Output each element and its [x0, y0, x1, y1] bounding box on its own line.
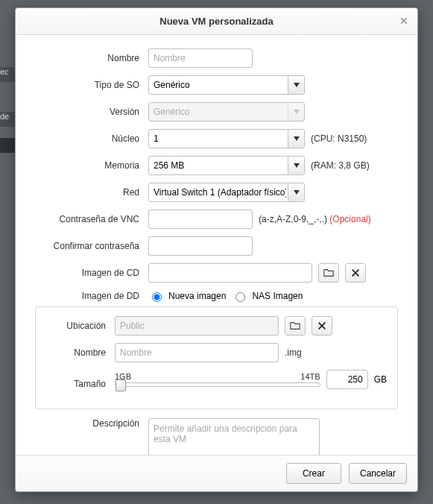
hdd-ext: .img: [285, 347, 302, 358]
new-vm-dialog: Nueva VM personalizada ✕ Nombre Tipo de …: [15, 7, 418, 492]
dialog-titlebar: Nueva VM personalizada ✕: [16, 8, 417, 35]
core-value[interactable]: [148, 129, 305, 148]
core-hint: (CPU: N3150): [311, 133, 367, 144]
memory-select[interactable]: [148, 156, 305, 175]
label-vnc-password: Contraseña de VNC: [35, 214, 148, 224]
label-version: Versión: [35, 107, 148, 117]
cd-image-input[interactable]: [148, 263, 312, 283]
memory-hint: (RAM: 3,8 GB): [311, 160, 370, 171]
chevron-down-icon[interactable]: [288, 157, 304, 174]
x-icon: [317, 321, 327, 331]
label-hdd-image: Imagen de DD: [35, 291, 148, 301]
label-memory: Memoria: [35, 160, 148, 171]
version-value: [148, 102, 305, 122]
label-name: Nombre: [35, 53, 148, 63]
version-select: [148, 102, 305, 122]
name-input[interactable]: [148, 48, 253, 68]
dialog-body: Nombre Tipo de SO Versión: [16, 35, 417, 455]
create-button[interactable]: Crear: [286, 463, 341, 484]
chevron-down-icon[interactable]: [288, 76, 304, 94]
os-type-select[interactable]: [148, 75, 305, 95]
label-description: Descripción: [35, 418, 148, 429]
confirm-password-input[interactable]: [148, 236, 253, 256]
core-select[interactable]: [148, 129, 305, 148]
chevron-down-icon[interactable]: [288, 130, 304, 148]
network-select[interactable]: [148, 183, 305, 202]
label-os-type: Tipo de SO: [35, 80, 148, 90]
close-icon[interactable]: ✕: [398, 15, 410, 27]
browse-location-button[interactable]: [285, 316, 306, 336]
folder-icon: [290, 321, 300, 331]
size-max: 14TB: [300, 372, 320, 381]
size-slider[interactable]: 1GB 14TB: [115, 372, 320, 387]
dialog-title: Nueva VM personalizada: [159, 16, 273, 27]
description-textarea[interactable]: [148, 418, 320, 455]
slider-thumb[interactable]: [116, 379, 126, 391]
hdd-name-input[interactable]: [115, 343, 279, 362]
cancel-button[interactable]: Cancelar: [349, 463, 407, 484]
memory-value[interactable]: [148, 156, 305, 175]
folder-icon: [323, 268, 334, 278]
vnc-hint: (a-z,A-Z,0-9,_,-,.) (Opcional): [259, 214, 371, 224]
label-location: Ubicación: [46, 321, 115, 331]
size-input[interactable]: [326, 370, 368, 389]
label-core: Núcleo: [35, 133, 148, 144]
radio-nas-image[interactable]: NAS Imagen: [232, 290, 303, 302]
vnc-password-input[interactable]: [148, 210, 253, 229]
label-cd-image: Imagen de CD: [35, 268, 148, 278]
os-type-value[interactable]: [148, 75, 305, 95]
radio-new-image[interactable]: Nueva imagen: [148, 290, 226, 302]
location-input: [115, 316, 279, 336]
hdd-group: Ubicación Nombre .img: [35, 306, 398, 409]
x-icon: [350, 268, 361, 278]
dialog-footer: Crear Cancelar: [16, 455, 417, 491]
label-hdd-name: Nombre: [46, 347, 115, 358]
size-unit: GB: [374, 374, 387, 385]
chevron-down-icon: [288, 103, 304, 121]
clear-cd-button[interactable]: [345, 263, 366, 283]
browse-cd-button[interactable]: [318, 263, 339, 283]
label-size: Tamaño: [46, 379, 115, 389]
label-network: Red: [35, 187, 148, 198]
label-confirm-password: Confirmar contraseña: [35, 241, 148, 251]
chevron-down-icon[interactable]: [288, 183, 304, 201]
clear-location-button[interactable]: [312, 316, 332, 336]
network-value[interactable]: [148, 183, 305, 202]
